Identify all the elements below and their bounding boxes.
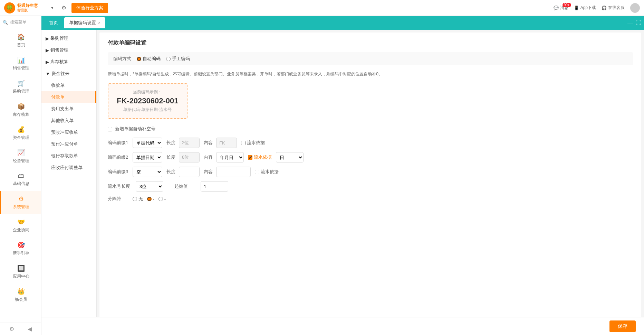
sidebar-search[interactable]: 🔍 搜索菜单 (0, 16, 41, 29)
preview-label: 当前编码示例： (117, 89, 179, 95)
separator-label: 分隔符 (108, 196, 128, 202)
tab-close-icon[interactable]: × (98, 20, 100, 25)
encoding-method-radio-group: 自动编码 手工编码 (137, 56, 190, 62)
sub-sidebar-item-other-income[interactable]: 其他收入单 (41, 115, 96, 127)
prefix1-content-label: 内容 (204, 140, 213, 146)
finance-icon: 💰 (17, 126, 25, 133)
chevron-down-icon2: ▼ (46, 71, 50, 76)
sidebar-settings-icon[interactable]: ⚙ (9, 326, 14, 332)
page-title: 付款单编码设置 (108, 39, 633, 47)
tab-minimize-icon[interactable]: — (627, 20, 633, 26)
sub-sidebar-item-payment[interactable]: 付款单 (41, 91, 96, 103)
messages-button[interactable]: 💬 消息 99+ (554, 5, 568, 11)
sidebar-collapse-icon[interactable]: ◀ (28, 326, 32, 332)
sidebar-item-member[interactable]: 👑 畅会员 (0, 283, 41, 307)
bottom-bar: 保存 (41, 317, 644, 335)
sub-sidebar-item-bank-deposit[interactable]: 银行存取款单 (41, 150, 96, 162)
enterprise-icon: 🤝 (17, 218, 25, 226)
prefix3-content-input[interactable] (216, 167, 251, 177)
sub-sidebar-capital[interactable]: ▼ 资金往来 (41, 68, 96, 80)
sidebar-item-guide[interactable]: 🎯 新手引导 (0, 237, 41, 260)
sub-sidebar-item-expense[interactable]: 费用支出单 (41, 103, 96, 115)
settings-icon[interactable]: ⚙ (59, 3, 69, 13)
sidebar-bottom: ⚙ ◀ (0, 323, 41, 335)
auto-encode-option[interactable]: 自动编码 (137, 56, 161, 62)
app-download-button[interactable]: 📱 App下载 (574, 5, 596, 11)
prefix1-length-input (179, 138, 200, 148)
preview-box: 当前编码示例： FK-20230602-001 单据代码-单据日期-流水号 (108, 83, 188, 119)
sidebar-item-inventory[interactable]: 📦 库存核算 (0, 99, 41, 122)
sidebar-item-purchase[interactable]: 🛒 采购管理 (0, 75, 41, 99)
logo-area: 🍀 畅通好生意 标品版 (4, 2, 46, 13)
separator-none-radio[interactable] (133, 197, 137, 201)
auto-encode-radio[interactable] (137, 57, 141, 61)
online-service-button[interactable]: 🎧 在线客服 (602, 5, 625, 11)
chevron-right-icon3: ▶ (46, 59, 49, 65)
serial-start-label: 起始值 (174, 183, 195, 189)
sub-sidebar-item-adjust[interactable]: 应收应付调整单 (41, 162, 96, 174)
sub-sidebar-sales[interactable]: ▶ 销售管理 (41, 44, 96, 56)
sidebar-item-apps[interactable]: 🔲 应用中心 (0, 260, 41, 283)
content-area: ▶ 采购管理 ▶ 销售管理 ▶ 库存核算 ▼ 资金往来 (41, 30, 644, 335)
prefix2-content-select[interactable]: 年月日 年月 年 (216, 152, 244, 162)
manual-encode-option[interactable]: 手工编码 (166, 56, 190, 62)
manual-encode-radio[interactable] (166, 57, 171, 61)
sidebar-item-finance[interactable]: 💰 资金管理 (0, 122, 41, 145)
sub-sidebar-item-receipt[interactable]: 收款单 (41, 80, 96, 91)
trial-button[interactable]: 体验行业方案 (71, 3, 108, 13)
service-icon: 🎧 (602, 6, 607, 10)
sub-sidebar-group-purchase: ▶ 采购管理 (41, 32, 96, 44)
sidebar-item-home[interactable]: 🏠 首页 (0, 29, 41, 52)
prefix2-serial-check[interactable]: 流水依据 (248, 154, 272, 160)
tab-home[interactable]: 首页 (44, 17, 63, 28)
prefix1-content-input (216, 138, 237, 148)
separator-dot-option[interactable]: · (147, 196, 154, 202)
separator-dash-radio[interactable] (158, 197, 163, 201)
prefix3-label: 编码前缀3 (108, 169, 128, 175)
sub-sidebar-item-prepay-payment[interactable]: 预付冲应付单 (41, 138, 96, 150)
prefix2-serial-checkbox[interactable] (248, 155, 252, 160)
chevron-down-icon: ▾ (51, 5, 54, 10)
topbar: 🍀 畅通好生意 标品版 ▾ ⚙ 体验行业方案 💬 消息 99+ 📱 App下载 … (0, 0, 644, 16)
sub-sidebar-item-prepay-receipt[interactable]: 预收冲应收单 (41, 127, 96, 138)
sidebar-item-basic[interactable]: 🗃 基础信息 (0, 168, 41, 191)
save-button[interactable]: 保存 (609, 320, 636, 332)
serial-length-label: 流水号长度 (108, 183, 130, 189)
separator-none-option[interactable]: 无 (133, 196, 143, 202)
prefix3-serial-checkbox[interactable] (255, 170, 259, 174)
tab-expand-icon[interactable]: ⛶ (636, 20, 641, 26)
prefix2-serial-unit-select[interactable]: 日 月 年 (276, 152, 304, 162)
prefix2-select[interactable]: 单据日期 部门 业务员 仓库 空 (133, 152, 162, 162)
info-text: 新增单据时，*单据编码*自动生成，不可编辑。前缀设置为部门、业务员等档案类，开单… (108, 71, 633, 77)
logo-text: 畅通好生意 标品版 (17, 3, 38, 12)
preview-code: FK-20230602-001 (117, 96, 179, 105)
prefix3-length-input[interactable] (179, 167, 200, 177)
separator-dot-radio[interactable] (147, 197, 152, 201)
prefix3-serial-check[interactable]: 流水依据 (255, 169, 279, 175)
nav-dropdown[interactable]: ▾ (48, 4, 56, 12)
prefix3-select[interactable]: 空 单据代码 部门 业务员 仓库 (133, 167, 162, 177)
prefix1-select[interactable]: 单据代码 部门 业务员 仓库 空 (133, 138, 162, 148)
auto-fill-checkbox[interactable] (108, 127, 112, 131)
auto-fill-row: 新增单据自动补空号 (108, 126, 633, 132)
sidebar-item-sales[interactable]: 📊 销售管理 (0, 52, 41, 75)
guide-icon: 🎯 (17, 241, 25, 249)
sub-sidebar-purchase[interactable]: ▶ 采购管理 (41, 32, 96, 44)
avatar[interactable] (630, 3, 640, 13)
serial-start-input[interactable] (201, 181, 228, 192)
serial-length-select[interactable]: 3位 4位 5位 6位 (136, 181, 163, 192)
prefix3-content-label: 内容 (204, 169, 213, 175)
prefix2-length-group: 长度 (166, 152, 200, 162)
prefix1-serial-check[interactable]: 流水依据 (241, 140, 265, 146)
sidebar: 🔍 搜索菜单 🏠 首页 📊 销售管理 🛒 采购管理 📦 库存核算 💰 资金管理 … (0, 16, 41, 335)
sales-icon: 📊 (17, 56, 25, 64)
tab-encoding-settings[interactable]: 单据编码设置 × (64, 17, 105, 28)
prefix1-label: 编码前缀1 (108, 140, 128, 146)
sidebar-item-enterprise[interactable]: 🤝 企业协同 (0, 214, 41, 237)
prefix1-content-group: 内容 (204, 138, 237, 148)
separator-dash-option[interactable]: - (158, 196, 166, 202)
sidebar-item-operation[interactable]: 📈 经营管理 (0, 145, 41, 168)
prefix1-serial-checkbox[interactable] (241, 141, 246, 145)
sidebar-item-system[interactable]: ⚙ 系统管理 (0, 191, 41, 214)
sub-sidebar-inventory[interactable]: ▶ 库存核算 (41, 56, 96, 68)
